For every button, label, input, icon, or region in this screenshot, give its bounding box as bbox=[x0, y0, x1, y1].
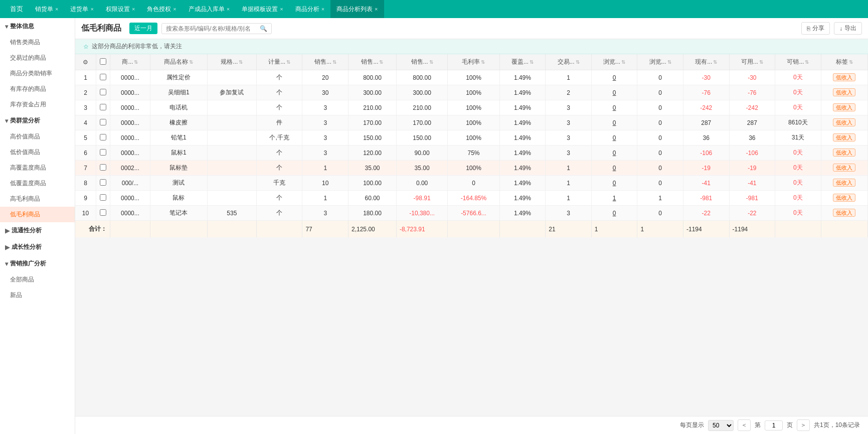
row-checkbox[interactable] bbox=[100, 104, 106, 110]
close-analysis-list-icon[interactable]: × bbox=[375, 6, 378, 12]
row-checkbox[interactable] bbox=[100, 119, 106, 125]
close-sales-icon[interactable]: × bbox=[55, 6, 58, 12]
export-button[interactable]: ↓ 导出 bbox=[834, 22, 862, 35]
th-checkbox[interactable] bbox=[96, 54, 110, 70]
page-size-select[interactable]: 50 20 100 bbox=[708, 420, 734, 431]
th-name[interactable]: 商品名称⇅ bbox=[150, 54, 207, 70]
cell-checkbox[interactable] bbox=[96, 191, 110, 206]
sidebar-item-high-margin[interactable]: 高毛利商品 bbox=[0, 191, 75, 207]
nav-item-product-entry[interactable]: 产成品入库单 × bbox=[183, 0, 236, 18]
th-sales-profit[interactable]: 销售...⇅ bbox=[396, 54, 447, 70]
nav-item-permission[interactable]: 权限设置 × bbox=[100, 0, 141, 18]
close-analysis-icon[interactable]: × bbox=[321, 6, 324, 12]
cell-name: 鼠标垫 bbox=[150, 161, 207, 176]
close-role-icon[interactable]: × bbox=[173, 6, 176, 12]
row-checkbox[interactable] bbox=[100, 74, 106, 80]
th-view1[interactable]: 浏览...⇅ bbox=[591, 54, 637, 70]
cell-view1[interactable]: 0 bbox=[591, 146, 637, 161]
sidebar-group-marketing[interactable]: ▾ 营销推广分析 bbox=[0, 255, 75, 272]
row-checkbox[interactable] bbox=[100, 134, 106, 140]
select-all-checkbox[interactable] bbox=[100, 58, 106, 65]
sidebar-item-low-value[interactable]: 低价值商品 bbox=[0, 144, 75, 160]
sidebar-group-growth[interactable]: ▶ 成长性分析 bbox=[0, 239, 75, 255]
th-code[interactable]: 商...⇅ bbox=[110, 54, 150, 70]
nav-item-analysis[interactable]: 商品分析 × bbox=[289, 0, 330, 18]
sidebar-group-overall[interactable]: ▾ 整体信息 bbox=[0, 18, 75, 35]
cell-view1[interactable]: 1 bbox=[591, 191, 637, 206]
nav-item-home[interactable]: 首页 bbox=[4, 0, 29, 18]
th-saleable[interactable]: 可销...⇅ bbox=[775, 54, 821, 70]
sidebar-item-in-stock[interactable]: 有库存的商品 bbox=[0, 81, 75, 97]
th-trade[interactable]: 交易...⇅ bbox=[546, 54, 592, 70]
cell-view1[interactable]: 0 bbox=[591, 176, 637, 191]
sidebar-group-cluster[interactable]: ▾ 类群堂分析 bbox=[0, 112, 75, 129]
next-page-button[interactable]: ＞ bbox=[797, 419, 810, 431]
cell-checkbox[interactable] bbox=[96, 100, 110, 115]
sidebar-item-low-margin[interactable]: 低毛利商品 bbox=[0, 207, 75, 222]
cell-view1[interactable]: 0 bbox=[591, 115, 637, 130]
row-checkbox[interactable] bbox=[100, 89, 106, 95]
nav-item-template[interactable]: 单据模板设置 × bbox=[236, 0, 289, 18]
cell-view1[interactable]: 0 bbox=[591, 130, 637, 146]
nav-item-role[interactable]: 角色授权 × bbox=[141, 0, 182, 18]
nav-item-purchase[interactable]: 进货单 × bbox=[64, 0, 99, 18]
sidebar-item-sales-goods[interactable]: 销售类商品 bbox=[0, 35, 75, 50]
filter-button[interactable]: 近一月 bbox=[129, 23, 157, 34]
row-checkbox[interactable] bbox=[100, 194, 106, 201]
cell-code: 0000... bbox=[110, 146, 150, 161]
th-unit[interactable]: 计量...⇅ bbox=[256, 54, 302, 70]
th-sales-qty[interactable]: 销售...⇅ bbox=[302, 54, 349, 70]
close-template-icon[interactable]: × bbox=[280, 6, 283, 12]
nav-item-analysis-list[interactable]: 商品分析列表 × bbox=[330, 0, 384, 18]
row-checkbox[interactable] bbox=[100, 164, 106, 171]
sidebar-item-new-goods[interactable]: 新品 bbox=[0, 287, 75, 303]
sidebar-item-traded-goods[interactable]: 交易过的商品 bbox=[0, 50, 75, 66]
cell-sales-profit: 210.00 bbox=[396, 100, 447, 115]
search-icon[interactable]: 🔍 bbox=[260, 25, 267, 32]
cell-view1[interactable]: 0 bbox=[591, 161, 637, 176]
row-checkbox[interactable] bbox=[100, 149, 106, 156]
cell-view1[interactable]: 0 bbox=[591, 100, 637, 115]
cell-view1[interactable]: 0 bbox=[591, 70, 637, 85]
th-gross-rate[interactable]: 毛利率⇅ bbox=[448, 54, 499, 70]
cell-checkbox[interactable] bbox=[96, 70, 110, 85]
sidebar-item-category-rate[interactable]: 商品分类助销率 bbox=[0, 66, 75, 81]
sidebar-group-cluster-label: 类群堂分析 bbox=[10, 116, 40, 125]
th-tag[interactable]: 标签⇅ bbox=[821, 54, 867, 70]
th-view2[interactable]: 浏览...⇅ bbox=[637, 54, 683, 70]
cell-checkbox[interactable] bbox=[96, 130, 110, 146]
page-number-input[interactable] bbox=[765, 420, 783, 430]
sidebar-group-flow[interactable]: ▶ 流通性分析 bbox=[0, 222, 75, 239]
row-checkbox[interactable] bbox=[100, 179, 106, 186]
close-permission-icon[interactable]: × bbox=[132, 6, 135, 12]
cell-checkbox[interactable] bbox=[96, 115, 110, 130]
cell-view1[interactable]: 0 bbox=[591, 85, 637, 100]
cell-checkbox[interactable] bbox=[96, 161, 110, 176]
cell-checkbox[interactable] bbox=[96, 85, 110, 100]
row-checkbox[interactable] bbox=[100, 209, 106, 216]
th-available[interactable]: 可用...⇅ bbox=[729, 54, 775, 70]
share-button[interactable]: ⎘ 分享 bbox=[801, 22, 830, 35]
cell-name: 笔记本 bbox=[150, 206, 207, 221]
close-purchase-icon[interactable]: × bbox=[90, 6, 93, 12]
sidebar-item-low-coverage[interactable]: 低覆盖度商品 bbox=[0, 176, 75, 191]
search-input[interactable] bbox=[166, 25, 258, 32]
cell-view2: 0 bbox=[637, 100, 683, 115]
cell-view1[interactable]: 0 bbox=[591, 206, 637, 221]
th-spec[interactable]: 规格...⇅ bbox=[207, 54, 256, 70]
cell-unit: 个,千克 bbox=[256, 130, 302, 146]
sidebar-item-high-value[interactable]: 高价值商品 bbox=[0, 129, 75, 144]
th-sales-price[interactable]: 销售...⇅ bbox=[349, 54, 397, 70]
th-current-stock[interactable]: 现有...⇅ bbox=[683, 54, 729, 70]
sidebar-item-stock-funds[interactable]: 库存资金占用 bbox=[0, 97, 75, 112]
sidebar-item-high-coverage[interactable]: 高覆盖度商品 bbox=[0, 160, 75, 176]
close-product-entry-icon[interactable]: × bbox=[227, 6, 230, 12]
prev-page-button[interactable]: ＜ bbox=[738, 419, 751, 431]
cell-checkbox[interactable] bbox=[96, 146, 110, 161]
nav-item-sales[interactable]: 销货单 × bbox=[29, 0, 64, 18]
cell-checkbox[interactable] bbox=[96, 176, 110, 191]
cell-checkbox[interactable] bbox=[96, 206, 110, 221]
th-settings[interactable]: ⚙ bbox=[75, 54, 96, 70]
sidebar-item-all-goods[interactable]: 全部商品 bbox=[0, 272, 75, 287]
th-coverage[interactable]: 覆盖...⇅ bbox=[499, 54, 546, 70]
